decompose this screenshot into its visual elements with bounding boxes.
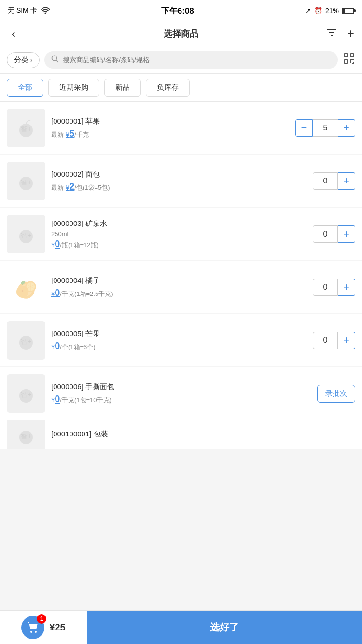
nav-title: 选择商品: [164, 28, 198, 40]
product-item-0000003: 智+ [0000003] 矿泉水 250ml ¥ 0 /瓶(1箱=12瓶) +: [0, 208, 362, 260]
product-name-000100001: [000100001] 包装: [51, 430, 355, 439]
product-item-0000006: 智+ [0000006] 手撕面包 ¥ 0 /千克(1包=10千克) 录批次: [0, 367, 362, 420]
qty-control-0000002: +: [313, 172, 355, 190]
back-button[interactable]: ‹: [8, 25, 19, 42]
status-right: ↗ ⏰ 21%: [306, 7, 354, 14]
status-left: 无 SIM 卡: [8, 6, 50, 15]
price-value-0000005: 0: [55, 340, 60, 351]
qty-input-0000002[interactable]: [313, 172, 338, 190]
filter-icon[interactable]: [326, 27, 337, 41]
record-batch-button-0000006[interactable]: 录批次: [317, 385, 355, 403]
nav-right-actions: +: [326, 26, 354, 41]
product-info-0000006: [0000006] 手撕面包 ¥ 0 /千克(1包=10千克): [51, 382, 311, 405]
product-name-0000005: [0000005] 芒果: [51, 329, 307, 338]
search-input[interactable]: [63, 56, 331, 64]
product-info-0000003: [0000003] 矿泉水 250ml ¥ 0 /瓶(1箱=12瓶): [51, 219, 307, 250]
product-price-0000002: 最新 ¥ 2 /包(1袋=5包): [51, 181, 307, 192]
product-info-0000001: [0000001] 苹果 最新 ¥ 5 /千克: [51, 117, 290, 139]
price-unit-0000003: /瓶(1箱=12瓶): [60, 241, 99, 250]
price-value-0000001: 5: [69, 128, 74, 139]
tab-recent-purchase[interactable]: 近期采购: [48, 79, 99, 97]
qty-control-0000004: +: [313, 279, 355, 296]
cart-area: 1 ¥25: [0, 616, 87, 639]
product-name-0000002: [0000002] 面包: [51, 170, 307, 179]
product-price-0000004: ¥ 0 /千克(1箱=2.5千克): [51, 287, 307, 298]
svg-point-36: [35, 631, 37, 633]
product-price-0000005: ¥ 0 /个(1箱=6个): [51, 340, 307, 351]
qty-increase-0000002[interactable]: +: [338, 172, 355, 190]
carrier-text: 无 SIM 卡: [8, 6, 37, 15]
price-label-0000001: 最新: [51, 130, 64, 139]
price-label-0000002: 最新: [51, 183, 64, 192]
product-image-0000001: 智+: [7, 109, 45, 147]
product-item-000100001: 智+ [000100001] 包装: [0, 420, 362, 449]
product-price-0000006: ¥ 0 /千克(1包=10千克): [51, 393, 311, 405]
product-name-0000004: [0000004] 橘子: [51, 276, 307, 285]
svg-line-4: [56, 60, 58, 62]
qty-input-0000001[interactable]: [313, 119, 338, 137]
qty-increase-0000003[interactable]: +: [338, 225, 355, 243]
product-image-0000005: 智+: [7, 321, 45, 360]
product-name-0000003: [0000003] 矿泉水: [51, 219, 307, 228]
product-item-0000005: 智+ [0000005] 芒果 ¥ 0 /个(1箱=6个) +: [0, 314, 362, 366]
price-unit-0000005: /个(1箱=6个): [60, 343, 95, 351]
cart-icon-wrap: 1: [21, 616, 44, 639]
search-box: [44, 51, 338, 69]
cart-badge: 1: [37, 614, 46, 624]
product-info-0000005: [0000005] 芒果 ¥ 0 /个(1箱=6个): [51, 329, 307, 351]
product-image-0000003: 智+: [7, 215, 45, 253]
product-info-0000004: [0000004] 橘子 ¥ 0 /千克(1箱=2.5千克): [51, 276, 307, 298]
product-info-0000002: [0000002] 面包 最新 ¥ 2 /包(1袋=5包): [51, 170, 307, 192]
svg-point-35: [30, 631, 32, 633]
tab-negative-stock[interactable]: 负库存: [146, 79, 190, 97]
price-unit-0000001: /千克: [74, 130, 89, 139]
qty-increase-0000005[interactable]: +: [338, 332, 355, 349]
price-value-0000004: 0: [55, 287, 60, 298]
battery-icon: [342, 8, 354, 14]
product-item-0000004: [0000004] 橘子 ¥ 0 /千克(1箱=2.5千克) +: [0, 261, 362, 313]
price-symbol-0000004: ¥: [51, 290, 55, 297]
product-price-0000001: 最新 ¥ 5 /千克: [51, 128, 290, 139]
product-spec-0000003: 250ml: [51, 230, 307, 238]
qty-input-0000003[interactable]: [313, 225, 338, 243]
svg-text:智+: 智+: [21, 231, 31, 239]
product-info-000100001: [000100001] 包装: [51, 430, 355, 441]
qty-control-0000001: − +: [295, 119, 355, 137]
svg-rect-5: [344, 54, 348, 57]
svg-rect-7: [344, 60, 348, 63]
price-unit-0000006: /千克(1包=10千克): [60, 396, 111, 405]
qty-input-0000005[interactable]: [313, 332, 338, 349]
price-symbol-0000002: ¥: [66, 184, 69, 191]
qty-decrease-0000001[interactable]: −: [295, 119, 313, 137]
scan-icon[interactable]: [343, 52, 355, 68]
alarm-icon: ⏰: [314, 7, 322, 14]
product-image-0000006: 智+: [7, 374, 45, 413]
product-image-0000002: 智+: [7, 162, 45, 200]
product-item-0000001: 智+ [0000001] 苹果 最新 ¥ 5 /千克 − +: [0, 102, 362, 154]
battery-text: 21%: [325, 7, 339, 14]
price-symbol-0000005: ¥: [51, 343, 55, 350]
price-unit-0000002: /包(1袋=5包): [74, 183, 110, 192]
price-value-0000003: 0: [55, 238, 60, 250]
product-name-0000001: [0000001] 苹果: [51, 117, 290, 126]
qty-increase-0000004[interactable]: +: [338, 279, 355, 296]
add-icon[interactable]: +: [347, 26, 354, 41]
qty-increase-0000001[interactable]: +: [338, 119, 355, 137]
product-item-0000002: 智+ [0000002] 面包 最新 ¥ 2 /包(1袋=5包) +: [0, 155, 362, 207]
category-label: 分类: [14, 56, 28, 65]
svg-rect-6: [350, 54, 354, 57]
confirm-button[interactable]: 选好了: [87, 611, 362, 644]
tab-all[interactable]: 全部: [7, 79, 43, 97]
qty-control-0000003: +: [313, 225, 355, 243]
qty-input-0000004[interactable]: [313, 279, 338, 296]
category-button[interactable]: 分类 ›: [7, 52, 40, 68]
price-symbol-0000001: ¥: [66, 131, 69, 138]
cart-total: ¥25: [49, 622, 65, 633]
product-name-0000006: [0000006] 手撕面包: [51, 382, 311, 392]
svg-point-3: [52, 56, 57, 61]
svg-text:智+: 智+: [21, 178, 31, 186]
tab-new-product[interactable]: 新品: [104, 79, 141, 97]
price-symbol-0000003: ¥: [51, 241, 55, 249]
svg-text:智+: 智+: [21, 125, 31, 133]
svg-text:智+: 智+: [21, 391, 31, 398]
